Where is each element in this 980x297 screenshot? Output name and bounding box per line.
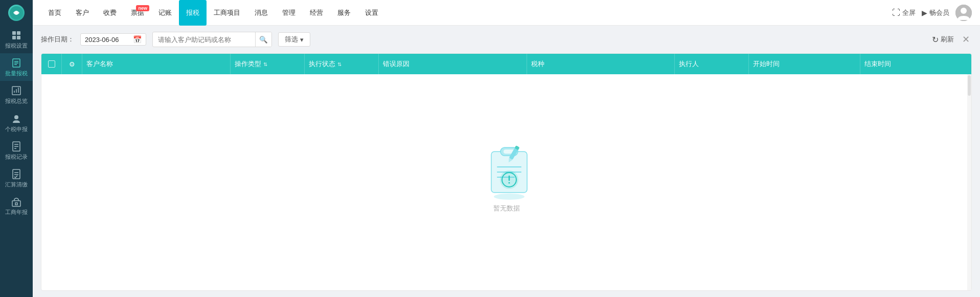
svg-rect-23 [15,203,17,205]
th-starttime: 开始时间 [749,54,860,74]
refresh-button[interactable]: ↻ 刷新 [932,35,954,45]
svg-rect-19 [13,169,20,179]
baoshuishezhi-icon [11,30,22,41]
member-btn[interactable]: ▶ 畅会员 [922,8,949,17]
svg-point-36 [508,182,510,184]
refresh-icon: ↻ [932,35,939,45]
nav-item-shoufei[interactable]: 收费 [96,0,124,26]
close-button[interactable]: ✕ [960,34,972,45]
th-settings[interactable]: ⚙ [62,54,82,74]
th-taxtype: 税种 [527,54,675,74]
nav-item-shezhi[interactable]: 设置 [358,0,385,26]
video-icon: ▶ [922,9,927,17]
app-logo[interactable] [0,0,33,26]
sidebar-label-huisuanqingjiao: 汇算清缴 [5,181,28,188]
th-customer: 客户名称 [82,54,231,74]
sidebar-item-geshuishenbao[interactable]: 个税申报 [0,109,33,137]
date-input[interactable] [85,36,131,44]
sidebar-label-baoshuishezhi: 报税设置 [5,43,28,49]
table-body: 暂无数据 [41,74,971,290]
piao-badge: new [136,5,149,11]
scrollbar[interactable] [967,74,971,290]
fullscreen-icon: ⛶ [892,8,900,17]
user-avatar[interactable] [955,5,972,21]
scroll-thumb[interactable] [968,75,971,96]
nav-item-piao[interactable]: 票据 new [124,0,151,26]
nav-right: ⛶ 全屏 ▶ 畅会员 [892,5,972,21]
th-optype[interactable]: 操作类型 ⇅ [231,54,305,74]
sidebar-item-piliangbaoshui[interactable]: 批量报税 [0,53,33,81]
chevron-down-icon: ▾ [300,36,304,44]
nav-item-shouye[interactable]: 首页 [41,0,69,26]
th-endtime: 结束时间 [860,54,971,74]
date-label: 操作日期： [41,35,74,44]
data-table: ⚙ 客户名称 操作类型 ⇅ 执行状态 ⇅ 错误原因 税种 [41,53,972,291]
sidebar-item-baoshuijilu[interactable]: 报税记录 [0,137,33,164]
svg-point-26 [494,194,525,200]
topnav: 首页 客户 收费 票据 new 记账 报税 工商项目 消息 管理 经营 [33,0,980,26]
settings-icon: ⚙ [69,60,75,68]
sidebar-item-huisuanqingjiao[interactable]: 汇算清缴 [0,164,33,192]
logo-icon [8,5,25,21]
sidebar: 报税设置 批量报税 报税总览 [0,0,33,297]
optype-sort-icon: ⇅ [263,61,267,67]
filter-bar: 操作日期： 📅 🔍 筛选 ▾ ↻ 刷新 ✕ [41,32,972,47]
nav-item-kehu[interactable]: 客户 [69,0,96,26]
svg-point-1 [15,11,18,14]
sidebar-label-baoshuijilu: 报税记录 [5,154,28,160]
status-sort-icon: ⇅ [337,61,341,67]
piliangbaoshui-icon [11,57,22,69]
sidebar-label-gongshangnianba: 工商年报 [5,209,28,216]
huisuanqingjiao-icon [11,168,22,180]
nav-item-jizhang[interactable]: 记账 [151,0,179,26]
th-errorreason: 错误原因 [379,54,527,74]
sidebar-label-geshuishenbao: 个税申报 [5,126,28,133]
search-wrap: 🔍 [152,32,272,47]
calendar-icon: 📅 [133,35,142,44]
search-icon: 🔍 [259,36,268,44]
svg-rect-3 [17,31,20,35]
svg-rect-4 [12,36,16,39]
th-status[interactable]: 执行状态 ⇅ [305,54,379,74]
svg-point-25 [961,8,967,14]
svg-rect-22 [12,201,20,206]
svg-rect-2 [12,31,16,35]
geshuishenbao-icon [11,113,22,124]
svg-rect-5 [17,36,20,39]
fullscreen-btn[interactable]: ⛶ 全屏 [892,8,916,17]
empty-illustration [481,141,532,198]
baoshuijilu-icon [11,141,22,152]
nav-item-jingying[interactable]: 经营 [303,0,330,26]
nav-item-baoshui[interactable]: 报税 [179,0,207,26]
sidebar-item-gongshangnianba[interactable]: 工商年报 [0,192,33,220]
table-header: ⚙ 客户名称 操作类型 ⇅ 执行状态 ⇅ 错误原因 税种 [41,54,971,74]
nav-item-guanli[interactable]: 管理 [275,0,303,26]
sidebar-item-baoshuizonlan[interactable]: 报税总览 [0,81,33,109]
nav-item-gongshangxiangmu[interactable]: 工商项目 [207,0,247,26]
sidebar-label-baoshuizonlan: 报税总览 [5,98,28,104]
svg-point-14 [14,115,18,119]
date-picker[interactable]: 📅 [80,33,146,46]
search-input[interactable] [153,34,255,46]
search-button[interactable]: 🔍 [255,32,271,47]
nav-item-xiaoxi[interactable]: 消息 [247,0,275,26]
sidebar-label-piliangbaoshui: 批量报税 [5,70,28,77]
th-checkbox[interactable] [41,54,62,74]
gongshangnianba-icon [11,196,22,207]
baoshuizonlan-icon [11,85,22,96]
main-wrapper: 首页 客户 收费 票据 new 记账 报税 工商项目 消息 管理 经营 [33,0,980,297]
content-area: 操作日期： 📅 🔍 筛选 ▾ ↻ 刷新 ✕ [33,26,980,297]
select-all-checkbox[interactable] [48,60,55,68]
empty-text: 暂无数据 [493,204,520,213]
empty-state: 暂无数据 [481,141,532,213]
th-executor: 执行人 [675,54,749,74]
filter-button[interactable]: 筛选 ▾ [278,32,310,47]
sidebar-item-baoshuishezhi[interactable]: 报税设置 [0,26,33,53]
nav-item-fuwu[interactable]: 服务 [330,0,358,26]
